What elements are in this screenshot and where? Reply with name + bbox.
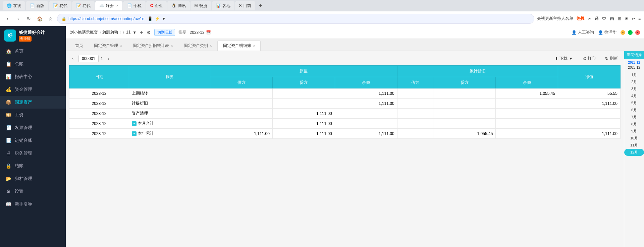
tab-zaixian[interactable]: 🌐 在线: [3, 1, 25, 10]
sidebar-item-payroll[interactable]: 💴 工资: [0, 109, 66, 121]
tab-yidai2[interactable]: 📝 易代: [72, 1, 95, 10]
tab-xinban[interactable]: 📄 新版: [26, 1, 48, 10]
close-tab-asset-category[interactable]: ×: [210, 44, 212, 48]
sidebar-item-inventory[interactable]: 📑 进销台账: [0, 134, 66, 147]
cell-acc-balance: 1,055.45: [496, 88, 558, 99]
period-month-9[interactable]: 9月: [624, 128, 644, 135]
sidebar-item-reports[interactable]: 📊 报表中心: [0, 70, 66, 83]
next-page-button[interactable]: ›: [105, 55, 112, 62]
refresh-button[interactable]: ↻ 刷新: [602, 54, 621, 63]
sidebar-item-archive[interactable]: 📂 归档管理: [0, 172, 66, 185]
maximize-button[interactable]: □: [628, 30, 633, 35]
back-button[interactable]: ‹: [3, 15, 11, 23]
period-month-7[interactable]: 7月: [624, 114, 644, 121]
ledger-icon: 📋: [5, 61, 11, 67]
cell-acc-credit: [433, 109, 496, 119]
page-tab-home[interactable]: 首页: [70, 41, 89, 51]
game-icon: 🎮: [609, 16, 614, 21]
hot-search-label[interactable]: 热搜: [577, 16, 585, 21]
sidebar-item-invoice[interactable]: 🧾 发票管理: [0, 121, 66, 134]
page-tab-asset-detail[interactable]: 固定资产明细账 ×: [217, 41, 261, 51]
page-tab-asset-category[interactable]: 固定资产类别 ×: [178, 41, 217, 51]
page-number-input[interactable]: [78, 55, 99, 62]
cell-acc-debit: [397, 99, 433, 109]
close-tab-asset-detail[interactable]: ×: [253, 44, 255, 48]
tab-qiye[interactable]: C 企业: [146, 1, 167, 10]
tab-gesui[interactable]: 📄 个税: [123, 1, 146, 10]
help-button[interactable]: 👤 人工咨询: [572, 29, 594, 35]
close-button[interactable]: ×: [635, 30, 640, 35]
home-button[interactable]: 🏠: [36, 15, 44, 23]
sidebar-item-home[interactable]: 🏠 首页: [0, 45, 66, 58]
user-button[interactable]: 👤 徐泽华: [598, 29, 616, 35]
tab-close-icon[interactable]: ×: [116, 4, 118, 8]
dropdown-icon: ▼: [162, 16, 166, 21]
sidebar-item-settings[interactable]: ⚙ 设置: [0, 185, 66, 198]
address-bar[interactable]: 🔒 https://cloud.chanjet.com/accounting/u…: [57, 14, 534, 24]
table-row: 2023-12+本月合计1,111.00: [69, 119, 621, 129]
period-date-item-1[interactable]: 2023.12: [625, 60, 643, 65]
archive-icon: 📂: [5, 176, 11, 182]
payroll-icon: 💴: [5, 112, 11, 118]
tab-muqian[interactable]: S 目前: [235, 1, 255, 10]
close-tab-depreciation-stat[interactable]: ×: [171, 44, 173, 48]
close-tab-asset-mgmt[interactable]: ×: [120, 44, 122, 48]
period-month-5[interactable]: 5月: [624, 100, 644, 107]
page-tab-asset-mgmt[interactable]: 固定资产管理 ×: [89, 41, 127, 51]
sidebar-item-guide[interactable]: 📖 新手引导: [0, 198, 66, 210]
tab-tencent[interactable]: 🐧 腾讯: [167, 1, 190, 10]
prev-page-button[interactable]: ‹: [69, 55, 76, 62]
tab-yidai1[interactable]: 📝 易代: [49, 1, 71, 10]
cell-acc-debit: [397, 129, 433, 139]
reload-button[interactable]: ↻: [25, 15, 33, 23]
company-selector[interactable]: 刘小艳演示账套（勿删勿动！）11 ▼: [70, 29, 137, 35]
sidebar-item-label: 报表中心: [15, 74, 32, 80]
bookmark-button[interactable]: ☆: [46, 15, 54, 23]
tab-icon: 📊: [216, 3, 221, 8]
new-tab-button[interactable]: +: [256, 1, 265, 10]
cell-date: 2023-12: [69, 129, 129, 139]
sidebar-item-funds[interactable]: 💰 资金管理: [0, 83, 66, 96]
tab-changjie[interactable]: M 畅捷: [191, 1, 211, 10]
period-month-2[interactable]: 2月: [624, 78, 644, 85]
tab-icon: 🌐: [7, 3, 12, 8]
period-month-1[interactable]: 1月: [624, 71, 644, 78]
period-month-8[interactable]: 8月: [624, 121, 644, 128]
period-panel: 期间选择 2023.12 2023.12 1月 2月 3月 4月 5月 6月 7…: [624, 51, 644, 247]
print-button[interactable]: 🖨 打印: [580, 54, 598, 63]
version-switch-button[interactable]: 切到旧版: [154, 29, 175, 36]
period-month-4[interactable]: 4月: [624, 92, 644, 100]
col-date-header: 日期: [69, 66, 129, 88]
sidebar-item-close-accounts[interactable]: 🔒 结账: [0, 160, 66, 172]
sidebar-item-label: 结账: [15, 163, 23, 169]
cell-date: 2023-12: [69, 88, 129, 99]
minimize-button[interactable]: −: [621, 30, 625, 35]
period-month-11[interactable]: 11月: [624, 142, 644, 149]
tab-gedi[interactable]: 📊 各地: [212, 1, 234, 10]
cell-acc-credit: [433, 119, 496, 129]
forward-button[interactable]: ›: [14, 15, 22, 23]
sidebar-item-ledger[interactable]: 📋 总账: [0, 58, 66, 70]
period-month-6[interactable]: 6月: [624, 107, 644, 114]
cell-orig-credit: 1,111.00: [272, 129, 335, 139]
sidebar-item-fixed-assets[interactable]: 📦 固定资产: [0, 96, 66, 109]
help-icon: 👤: [572, 30, 577, 35]
cell-summary: 上期结转: [129, 88, 210, 99]
period-month-3[interactable]: 3月: [624, 85, 644, 92]
nav-actions: 央视更新主持人名单 热搜 ✂ 译 🛡 🎮 ⊞ ☀ ↩ ≡: [537, 16, 641, 21]
settings-button[interactable]: ⚙: [147, 30, 151, 35]
cell-date: 2023-12: [69, 99, 129, 109]
period-month-12[interactable]: 12月: [624, 149, 644, 156]
shield-icon: 🛡: [602, 16, 606, 21]
page-tab-depreciation-stat[interactable]: 固定资产折旧统计表 ×: [127, 41, 178, 51]
add-company-button[interactable]: +: [140, 29, 143, 36]
download-button[interactable]: ⬇ 下载 ▼: [552, 54, 576, 63]
period-date-item-2[interactable]: 2023.12: [625, 65, 643, 70]
period-month-10[interactable]: 10月: [624, 135, 644, 142]
sidebar-item-tax[interactable]: 🖨 税务管理: [0, 147, 66, 160]
tab-haohui[interactable]: ☁️ 好会 ×: [95, 1, 122, 10]
sidebar-nav: 🏠 首页 📋 总账 📊 报表中心 💰 资金管理 📦 固定资产 💴 工资: [0, 45, 66, 247]
calendar-icon[interactable]: 📅: [206, 30, 211, 35]
period-label: 账期: [178, 29, 186, 35]
cell-orig-balance: 1,111.00: [335, 88, 397, 99]
